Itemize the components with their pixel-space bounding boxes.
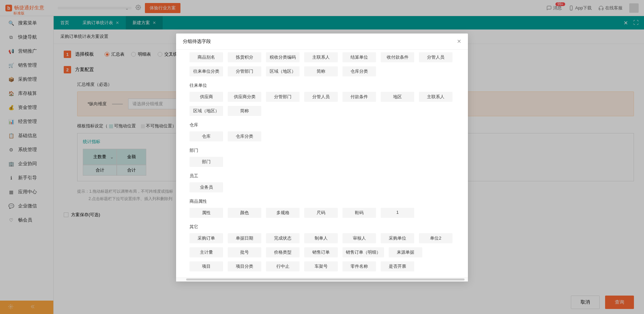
- field-group: 往来单位供应商供应商分类分管部门分管人员付款条件地区主联系人区域（地区）简称: [190, 82, 454, 116]
- field-chip[interactable]: 尺码: [304, 208, 338, 218]
- group-title: 往来单位: [190, 82, 454, 88]
- field-chip[interactable]: 供应商: [190, 92, 223, 102]
- field-chip[interactable]: 单据日期: [228, 233, 261, 243]
- field-chip[interactable]: 销售订单: [304, 247, 338, 257]
- field-chip[interactable]: 地区: [381, 92, 414, 102]
- field-chip[interactable]: 1: [381, 208, 414, 218]
- field-group: 商品别名拣货积分税收分类编码主联系人结算单位收付款条件分管人员往来单位分类分管部…: [190, 52, 454, 76]
- field-chip[interactable]: 价格类型: [266, 247, 300, 257]
- field-chip[interactable]: 税收分类编码: [266, 52, 300, 62]
- field-chip[interactable]: 往来单位分类: [190, 66, 223, 76]
- field-chip[interactable]: 区域（地区）: [190, 106, 223, 116]
- field-group: 员工业务员: [190, 173, 454, 192]
- field-chip[interactable]: 分管人员: [304, 92, 338, 102]
- field-chip[interactable]: 零件名称: [342, 261, 376, 271]
- field-chip[interactable]: 简称: [228, 106, 261, 116]
- modal-title: 分组待选字段: [183, 39, 211, 45]
- field-chip[interactable]: 简称: [304, 66, 338, 76]
- field-chip[interactable]: 商品别名: [190, 52, 223, 62]
- field-chip[interactable]: 批号: [228, 247, 261, 257]
- field-chip[interactable]: 分管人员: [419, 52, 452, 62]
- close-icon[interactable]: ✕: [457, 38, 461, 45]
- group-title: 其它: [190, 224, 454, 230]
- field-chip[interactable]: 多规格: [266, 208, 300, 218]
- field-chip[interactable]: 仓库: [190, 131, 223, 141]
- field-chip[interactable]: 主联系人: [419, 92, 452, 102]
- field-chip[interactable]: 主联系人: [304, 52, 338, 62]
- field-chip[interactable]: 仓库分类: [228, 131, 261, 141]
- field-chip[interactable]: 鞋码: [342, 208, 376, 218]
- field-chip[interactable]: 颜色: [228, 208, 261, 218]
- group-title: 仓库: [190, 122, 454, 128]
- field-chip[interactable]: 车架号: [304, 261, 338, 271]
- group-title: 部门: [190, 147, 454, 153]
- field-chip[interactable]: 分管部门: [266, 92, 300, 102]
- field-chip[interactable]: 行中止: [266, 261, 300, 271]
- field-group: 其它采购订单单据日期完成状态制单人审核人采购单位单位2主计量批号价格类型销售订单…: [190, 224, 454, 271]
- field-chip[interactable]: 销售订单（明细）: [342, 247, 384, 257]
- field-chip[interactable]: 来源单据: [389, 247, 422, 257]
- field-chip[interactable]: 供应商分类: [228, 92, 261, 102]
- field-chip[interactable]: 部门: [190, 157, 223, 167]
- field-chip[interactable]: 采购订单: [190, 233, 223, 243]
- field-chip[interactable]: 项目: [190, 261, 223, 271]
- field-chip[interactable]: 项目分类: [228, 261, 261, 271]
- horizontal-scrollbar[interactable]: [176, 277, 468, 281]
- group-title: 商品属性: [190, 198, 454, 204]
- field-chip[interactable]: 审核人: [342, 233, 376, 243]
- field-chip[interactable]: 分管部门: [228, 66, 261, 76]
- field-chip[interactable]: 结算单位: [342, 52, 376, 62]
- field-chip[interactable]: 属性: [190, 208, 223, 218]
- field-chip[interactable]: 制单人: [304, 233, 338, 243]
- field-group: 商品属性属性颜色多规格尺码鞋码1: [190, 198, 454, 218]
- field-chip[interactable]: 业务员: [190, 182, 223, 192]
- field-group: 部门部门: [190, 147, 454, 167]
- field-chip[interactable]: 区域（地区）: [266, 66, 300, 76]
- field-chip[interactable]: 付款条件: [342, 92, 376, 102]
- field-chip[interactable]: 单位2: [419, 233, 452, 243]
- field-chip[interactable]: 主计量: [190, 247, 223, 257]
- field-chip[interactable]: 采购单位: [381, 233, 414, 243]
- group-title: 员工: [190, 173, 454, 179]
- field-group: 仓库仓库仓库分类: [190, 122, 454, 141]
- field-chip[interactable]: 收付款条件: [381, 52, 414, 62]
- field-select-modal: 分组待选字段 ✕ 商品别名拣货积分税收分类编码主联系人结算单位收付款条件分管人员…: [176, 34, 468, 281]
- field-chip[interactable]: 仓库分类: [342, 66, 376, 76]
- field-chip[interactable]: 完成状态: [266, 233, 300, 243]
- field-chip[interactable]: 拣货积分: [228, 52, 261, 62]
- field-chip[interactable]: 是否开票: [381, 261, 414, 271]
